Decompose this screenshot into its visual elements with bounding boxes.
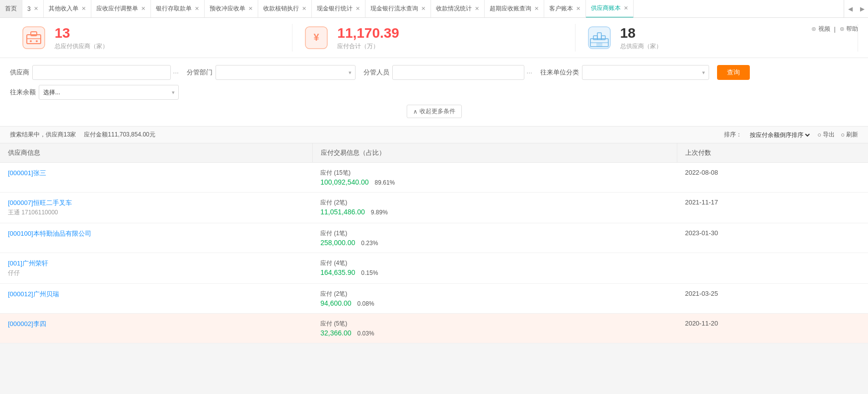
close-icon[interactable]: ✕ bbox=[81, 5, 86, 12]
supplier-sub-info: 王通 17106110000 bbox=[8, 208, 304, 217]
tx-amount-row: 32,366.000.03% bbox=[320, 328, 669, 337]
payable-total-amount: 11,170.39 bbox=[337, 25, 399, 42]
summary-info-total-suppliers: 18 总供应商（家） bbox=[620, 25, 662, 51]
svg-point-5 bbox=[36, 40, 38, 42]
close-icon[interactable]: ✕ bbox=[421, 5, 426, 12]
nav-tab-collection-stat[interactable]: 收款情况统计 ✕ bbox=[431, 0, 485, 18]
table-header: 供应商信息 应付交易信息（占比） 上次付数 bbox=[0, 143, 868, 163]
collapse-button[interactable]: ∧ 收起更多条件 bbox=[407, 105, 462, 118]
tx-percentage: 89.61% bbox=[375, 179, 395, 186]
supplier-name-link[interactable]: [000012]广州贝瑞 bbox=[8, 290, 59, 298]
filter-balance: 往来余额 选择... ▾ bbox=[10, 85, 179, 100]
nav-tab-overdue-ar[interactable]: 超期应收账查询 ✕ bbox=[485, 0, 544, 18]
last-pay-date: 2021-03-25 bbox=[685, 290, 718, 297]
nav-arrow-right[interactable]: ▶ bbox=[856, 0, 868, 18]
video-link[interactable]: ⊙ 视频 bbox=[811, 25, 830, 33]
top-navigation: 首页 3 ✕ 其他收入单 ✕ 应收应付调整单 ✕ 银行存取款单 ✕ 预收冲应收单… bbox=[0, 0, 868, 18]
nav-tab-prepay-offset[interactable]: 预收冲应收单 ✕ bbox=[205, 0, 258, 18]
nav-tab-3-label: 3 bbox=[27, 5, 31, 12]
close-icon[interactable]: ✕ bbox=[302, 5, 306, 12]
nav-tab-cash-flow-query[interactable]: 现金银行流水查询 ✕ bbox=[365, 0, 431, 18]
nav-tab-supplier-ledger[interactable]: 供应商账本 ✕ bbox=[586, 0, 634, 18]
tx-amount-value[interactable]: 258,000.00 bbox=[320, 239, 355, 247]
supplier-name-link[interactable]: [000001]张三 bbox=[8, 169, 46, 177]
table-row: [000001]张三应付 (15笔)100,092,540.0089.61%20… bbox=[0, 163, 868, 193]
supplier-name-link[interactable]: [001]广州荣轩 bbox=[8, 260, 48, 267]
close-icon[interactable]: ✕ bbox=[34, 5, 38, 12]
last-pay-cell: 2020-11-20 bbox=[677, 314, 868, 343]
table-scroll-container[interactable]: 供应商信息 应付交易信息（占比） 上次付数 [000001]张三应付 (15笔)… bbox=[0, 143, 868, 343]
query-button[interactable]: 查询 bbox=[717, 65, 750, 80]
close-icon[interactable]: ✕ bbox=[141, 5, 145, 12]
nav-tab-3[interactable]: 3 ✕ bbox=[22, 0, 44, 18]
category-select-wrap: ▾ bbox=[582, 65, 709, 80]
nav-tab-other-income[interactable]: 其他收入单 ✕ bbox=[44, 0, 91, 18]
nav-tab-home[interactable]: 首页 bbox=[0, 0, 22, 18]
close-icon[interactable]: ✕ bbox=[356, 5, 360, 12]
supplier-name-link[interactable]: [000002]李四 bbox=[8, 320, 46, 328]
category-select[interactable] bbox=[582, 65, 709, 80]
last-pay-cell bbox=[677, 253, 868, 284]
dept-select[interactable] bbox=[216, 65, 356, 80]
close-icon[interactable]: ✕ bbox=[248, 5, 253, 12]
supplier-input[interactable] bbox=[32, 65, 171, 80]
table-row: [000100]本特勤油品有限公司应付 (1笔)258,000.000.23%2… bbox=[0, 223, 868, 253]
close-icon[interactable]: ✕ bbox=[195, 5, 199, 12]
export-button[interactable]: ○ 导出 bbox=[817, 131, 835, 139]
supplier-dots-icon[interactable]: ··· bbox=[173, 68, 179, 76]
tx-cell: 应付 (2笔)11,051,486.009.89% bbox=[312, 193, 677, 223]
supplier-cell: [000002]李四 bbox=[0, 314, 312, 343]
sort-label: 排序： bbox=[724, 131, 742, 139]
close-icon[interactable]: ✕ bbox=[534, 5, 539, 12]
tx-amount-row: 164,635.900.15% bbox=[320, 267, 669, 276]
close-icon[interactable]: ✕ bbox=[576, 5, 580, 12]
supplier-filter-label: 供应商 bbox=[10, 68, 29, 77]
refresh-button[interactable]: ○ 刷新 bbox=[841, 131, 858, 139]
tx-amount-value[interactable]: 164,635.90 bbox=[320, 268, 355, 276]
person-dots-icon[interactable]: ··· bbox=[526, 68, 532, 76]
supplier-name-link[interactable]: [000100]本特勤油品有限公司 bbox=[8, 230, 91, 237]
col-header-lastpay: 上次付数 bbox=[677, 143, 868, 163]
tx-amount-value[interactable]: 100,092,540.00 bbox=[320, 178, 368, 186]
nav-arrow-left[interactable]: ◀ bbox=[844, 0, 856, 18]
result-amount: 应付金额111,703,854.00元 bbox=[84, 131, 155, 139]
nav-tab-cash-bank-stat[interactable]: 现金银行统计 ✕ bbox=[312, 0, 365, 18]
supplier-payable-icon bbox=[20, 24, 48, 52]
tx-cell: 应付 (5笔)32,366.000.03% bbox=[312, 314, 677, 343]
payable-total-label: 应付合计（万） bbox=[337, 42, 399, 51]
summary-info-payable-suppliers: 13 总应付供应商（家） bbox=[55, 25, 108, 51]
payable-supplier-count: 13 bbox=[55, 25, 108, 42]
tx-amount-value[interactable]: 11,051,486.00 bbox=[320, 208, 365, 216]
table-row: [000007]恒旺二手叉车王通 17106110000应付 (2笔)11,05… bbox=[0, 193, 868, 223]
last-pay-date: 2022-08-08 bbox=[685, 169, 718, 176]
balance-filter-label: 往来余额 bbox=[10, 88, 36, 97]
filter-row-1: 供应商 ··· 分管部门 ▾ 分管人员 ··· 往来单位分类 bbox=[10, 65, 858, 80]
tx-amount-value[interactable]: 94,600.00 bbox=[320, 299, 351, 307]
collapse-label: 收起更多条件 bbox=[420, 107, 455, 116]
sort-select[interactable]: 按应付余额倒序排序 bbox=[748, 131, 811, 139]
nav-tab-collection-stat-label: 收款情况统计 bbox=[436, 4, 472, 13]
summary-card-payable-suppliers: 13 总应付供应商（家） bbox=[10, 24, 292, 52]
tx-percentage: 0.15% bbox=[361, 269, 378, 276]
supplier-name-link[interactable]: [000007]恒旺二手叉车 bbox=[8, 199, 72, 206]
nav-tab-bank-deposit[interactable]: 银行存取款单 ✕ bbox=[151, 0, 205, 18]
nav-tab-home-label: 首页 bbox=[5, 4, 17, 13]
help-link[interactable]: ⊙ 帮助 bbox=[840, 25, 858, 33]
collapse-icon: ∧ bbox=[413, 108, 418, 115]
balance-select[interactable]: 选择... bbox=[39, 85, 179, 100]
total-supplier-icon bbox=[585, 24, 613, 52]
nav-tab-ar-ap-adjust[interactable]: 应收应付调整单 ✕ bbox=[91, 0, 151, 18]
nav-tab-customer-ledger-label: 客户账本 bbox=[549, 4, 573, 13]
export-icon: ○ bbox=[817, 131, 821, 138]
nav-tab-customer-ledger[interactable]: 客户账本 ✕ bbox=[544, 0, 586, 18]
nav-tab-overdue-ar-label: 超期应收账查询 bbox=[490, 4, 531, 13]
tx-amount-value[interactable]: 32,366.00 bbox=[320, 329, 351, 337]
close-icon[interactable]: ✕ bbox=[475, 5, 479, 12]
close-icon[interactable]: ✕ bbox=[624, 5, 628, 11]
result-actions: 排序： 按应付余额倒序排序 ○ 导出 ○ 刷新 bbox=[724, 131, 858, 139]
filter-category: 往来单位分类 ▾ bbox=[540, 65, 709, 80]
refresh-icon: ○ bbox=[841, 131, 845, 138]
nav-tab-payment-verify[interactable]: 收款核销执行 ✕ bbox=[258, 0, 312, 18]
nav-arrows: ◀ ▶ bbox=[844, 0, 868, 18]
person-input[interactable] bbox=[392, 65, 524, 80]
